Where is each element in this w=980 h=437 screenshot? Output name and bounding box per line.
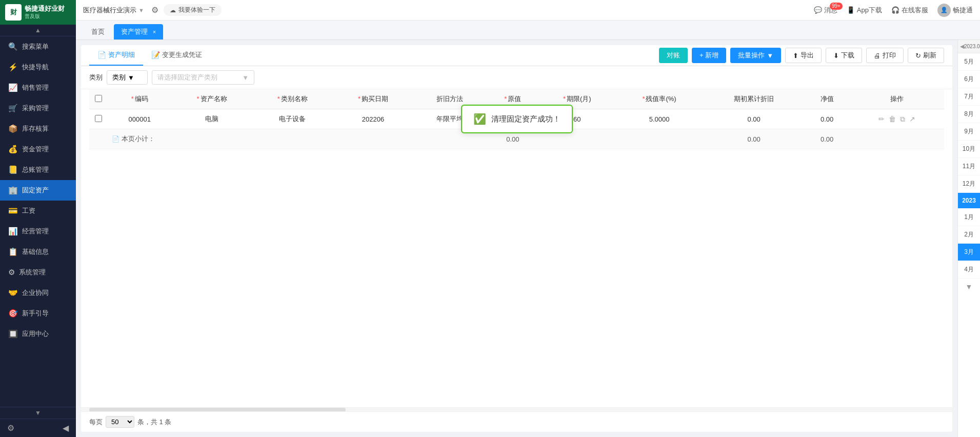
edit-icon[interactable]: ✏ xyxy=(878,115,885,123)
batch-ops-button[interactable]: 批量操作 ▼ xyxy=(730,48,781,63)
subtotal-label: 本页小计： xyxy=(122,135,155,143)
sidebar-item-label: 库存核算 xyxy=(22,124,49,133)
batch-ops-label: 批量操作 xyxy=(738,51,765,60)
settings-icon[interactable]: ⚙ xyxy=(7,423,14,433)
copy-icon[interactable]: ⧉ xyxy=(900,115,905,124)
cal-month-11[interactable]: 11月 xyxy=(958,158,980,175)
sidebar-item-salary[interactable]: 💳 工资 xyxy=(0,201,76,221)
cal-month-7[interactable]: 7月 xyxy=(958,88,980,106)
more-icon[interactable]: ↗ xyxy=(909,115,915,123)
refresh-button[interactable]: ↻ 刷新 xyxy=(908,48,944,63)
sidebar-item-label: 应用中心 xyxy=(22,329,49,339)
new-button[interactable]: + 新增 xyxy=(692,48,726,63)
delete-icon[interactable]: 🗑 xyxy=(889,115,896,123)
sidebar-bottom: ⚙ ◀ xyxy=(0,419,76,437)
cal-month-1[interactable]: 1月 xyxy=(958,209,980,226)
calendar-header: ◀ 2023.03 ▶ xyxy=(958,40,980,53)
company-selector[interactable]: 医疗器械行业演示 ▼ xyxy=(83,6,144,15)
sidebar-item-purchase[interactable]: 🛒 采购管理 xyxy=(0,98,76,118)
sidebar-item-guide[interactable]: 🎯 新手引导 xyxy=(0,303,76,324)
export-button[interactable]: ⬆ 导出 xyxy=(785,48,822,63)
experience-label: 我要体验一下 xyxy=(178,6,215,14)
tab-asset-management[interactable]: 资产管理 × xyxy=(114,24,163,39)
category-type-select[interactable]: 类别 ▼ xyxy=(107,70,148,85)
company-name: 医疗器械行业演示 xyxy=(83,6,136,15)
select-all-checkbox[interactable] xyxy=(95,95,102,102)
horizontal-scrollbar[interactable] xyxy=(81,407,952,411)
sidebar-item-basic-info[interactable]: 📋 基础信息 xyxy=(0,242,76,262)
sidebar-item-search[interactable]: 🔍 搜索菜单 xyxy=(0,36,76,57)
content-area: 📄 资产明细 📝 变更生成凭证 对账 + 新增 批量操作 ▼ ⬆ xyxy=(76,40,980,437)
sidebar-scroll-down[interactable]: ▼ xyxy=(0,407,76,419)
cal-month-5[interactable]: 5月 xyxy=(958,53,980,71)
customer-service-button[interactable]: 🎧 在线客服 xyxy=(891,6,928,15)
calendar-year-month: 2023.03 xyxy=(964,44,980,49)
col-accumulated: 期初累计折旧 xyxy=(704,89,805,109)
col-residual-rate: *残值率(%) xyxy=(615,89,703,109)
subtotal-net: 0.00 xyxy=(805,129,850,149)
user-menu[interactable]: 👤 畅捷通 xyxy=(937,4,973,17)
cal-month-9[interactable]: 9月 xyxy=(958,123,980,141)
logo-icon: 财 xyxy=(5,4,22,21)
row-checkbox[interactable] xyxy=(95,115,102,122)
user-avatar: 👤 xyxy=(937,4,951,17)
sidebar-scroll-up[interactable]: ▲ xyxy=(0,25,76,36)
experience-button[interactable]: ☁ 我要体验一下 xyxy=(164,4,222,16)
print-button[interactable]: 🖨 打印 xyxy=(866,48,904,63)
sidebar-item-enterprise[interactable]: 🤝 企业协同 xyxy=(0,283,76,303)
headset-icon: 🎧 xyxy=(891,6,899,14)
per-page-select[interactable]: 50 100 200 xyxy=(106,416,134,428)
tab-close-icon[interactable]: × xyxy=(153,29,156,35)
topbar-right: 💬 消息 99+ 📱 App下载 🎧 在线客服 👤 畅捷通 xyxy=(814,4,973,17)
topbar-settings-icon[interactable]: ⚙ xyxy=(151,5,158,15)
sidebar-item-fixed-assets[interactable]: 🏢 固定资产 xyxy=(0,180,76,201)
cal-month-12[interactable]: 12月 xyxy=(958,175,980,193)
collapse-icon[interactable]: ◀ xyxy=(63,423,69,433)
user-name: 畅捷通 xyxy=(953,6,973,15)
cell-residual-rate: 5.0000 xyxy=(615,109,703,129)
sidebar-item-label: 采购管理 xyxy=(22,104,49,113)
cell-date: 202206 xyxy=(333,109,413,129)
enterprise-icon: 🤝 xyxy=(8,288,18,297)
sales-icon: 📈 xyxy=(8,83,18,92)
purchase-icon: 🛒 xyxy=(8,104,18,113)
category-value-input[interactable]: 请选择固定资产类别 ▼ xyxy=(152,70,254,85)
col-net-value: 净值 xyxy=(805,89,850,109)
content-panel: 📄 资产明细 📝 变更生成凭证 对账 + 新增 批量操作 ▼ ⬆ xyxy=(81,45,952,432)
detail-icon: 📄 xyxy=(97,51,106,59)
sidebar-item-sales[interactable]: 📈 销售管理 xyxy=(0,77,76,98)
cal-month-10[interactable]: 10月 xyxy=(958,141,980,158)
cal-year-2023[interactable]: 2023 xyxy=(958,193,980,209)
sidebar-menu: 🔍 搜索菜单 ⚡ 快捷导航 📈 销售管理 🛒 采购管理 📦 库存核算 💰 资金管… xyxy=(0,36,76,407)
sidebar-item-appstore[interactable]: 🔲 应用中心 xyxy=(0,324,76,344)
tab-home[interactable]: 首页 xyxy=(84,24,112,39)
app-download-button[interactable]: 📱 App下载 xyxy=(847,6,882,15)
cal-month-6[interactable]: 6月 xyxy=(958,71,980,88)
sub-tab-asset-detail[interactable]: 📄 资产明细 xyxy=(89,45,143,66)
sidebar-item-inventory[interactable]: 📦 库存核算 xyxy=(0,118,76,139)
company-arrow-icon: ▼ xyxy=(138,7,144,13)
cal-month-4[interactable]: 4月 xyxy=(958,261,980,279)
sidebar-item-ledger[interactable]: 📒 总账管理 xyxy=(0,160,76,180)
message-badge: 99+ xyxy=(830,3,843,10)
sidebar-item-system[interactable]: ⚙ 系统管理 xyxy=(0,262,76,283)
filter-arrow-icon: ▼ xyxy=(242,74,249,82)
ledger-icon: 📒 xyxy=(8,165,18,174)
inventory-icon: 📦 xyxy=(8,124,18,133)
sub-tab-voucher[interactable]: 📝 变更生成凭证 xyxy=(143,45,210,66)
cal-month-3-active[interactable]: 3月 xyxy=(958,244,980,261)
right-panel: ◀ 2023.03 ▶ 5月 6月 7月 8月 9月 10月 11月 12月 2… xyxy=(957,40,980,437)
reconcile-button[interactable]: 对账 xyxy=(659,48,688,63)
calendar-left-icon[interactable]: ◀ xyxy=(960,43,964,50)
logo-sub: 普及版 xyxy=(25,13,65,20)
download-button[interactable]: ⬇ 下载 xyxy=(826,48,862,63)
calendar-bottom-arrow[interactable]: ▼ xyxy=(966,279,973,295)
category-label: 类别 xyxy=(89,73,103,82)
sidebar-item-finance[interactable]: 💰 资金管理 xyxy=(0,139,76,160)
cal-month-2[interactable]: 2月 xyxy=(958,226,980,244)
sidebar-item-nav[interactable]: ⚡ 快捷导航 xyxy=(0,57,76,77)
cal-month-8[interactable]: 8月 xyxy=(958,106,980,123)
sidebar-item-operations[interactable]: 📊 经营管理 xyxy=(0,221,76,242)
download-label: 下载 xyxy=(841,51,854,60)
messages-button[interactable]: 💬 消息 99+ xyxy=(814,6,837,15)
